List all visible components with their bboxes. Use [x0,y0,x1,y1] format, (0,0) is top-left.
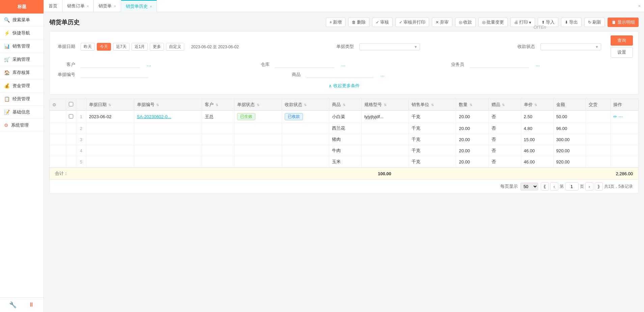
agent-input[interactable] [470,61,529,68]
row-settings-cell [50,123,66,134]
more-action-btn[interactable]: ⋯ [618,114,623,119]
row-collect-status [282,134,329,145]
select-all-checkbox[interactable] [69,102,73,106]
audit-print-button[interactable]: ✓ 审核并打印 [395,18,429,27]
tab-sales-history-close[interactable]: × [150,4,152,8]
abandon-icon: ✕ [436,20,439,25]
abandon-button[interactable]: ✕ 弃审 [432,18,452,27]
sidebar-item-purchase-mgmt[interactable]: 🛒 采购管理 [0,53,44,66]
tab-sales-goods-close[interactable]: × [114,4,116,8]
audit-button[interactable]: ✓ 审核 [372,18,393,27]
row-amount: 96.00 [553,123,586,134]
page-number-input[interactable] [565,182,579,190]
setting-button[interactable]: 设置 [611,47,633,58]
customer-input[interactable] [81,61,140,68]
col-settings[interactable]: ⚙ [50,99,66,111]
date-btn-more[interactable]: 更多 [150,43,164,51]
col-spec[interactable]: 规格型号 ⇅ [361,99,409,111]
sidebar-item-ops-mgmt[interactable]: 📋 经营管理 [0,93,44,106]
col-collect-status[interactable]: 收款状态 ⇅ [282,99,329,111]
page-size-select[interactable]: 50 20 100 [521,183,538,190]
row-checkbox[interactable] [69,114,73,119]
doc-no-input[interactable] [81,71,148,78]
col-gift[interactable]: 赠品 ⇅ [488,99,521,111]
col-trade-label: 交货 [589,102,597,107]
sidebar-item-finance-mgmt[interactable]: 💰 资金管理 [0,79,44,93]
collapse-label: 收起更多条件 [333,83,360,89]
col-goods-label: 商品 [332,102,341,107]
row-spec [361,123,409,134]
col-price[interactable]: 单价 ⇅ [521,99,553,111]
sidebar-item-inventory-calc[interactable]: 🏠 库存核算 [0,66,44,79]
sidebar-header: 标题 [0,0,44,14]
date-btn-yesterday[interactable]: 昨天 [81,43,95,51]
doc-type-select[interactable]: ▾ [359,43,420,50]
row-gift: 否 [488,123,521,134]
agent-ellipsis[interactable]: … [536,62,540,67]
row-action-cell: ✏⋯ [611,111,638,123]
row-price: 46.00 [521,145,553,156]
sidebar-item-search-menu[interactable]: 🔍 搜索菜单 [0,14,44,27]
add-button[interactable]: + 新增 [326,18,345,27]
page-last-btn[interactable]: ⟫ [595,182,603,190]
sidebar-footer-btn-2[interactable]: ⏸ [28,301,34,309]
tab-home[interactable]: 首页 [44,0,62,12]
tab-close-all[interactable]: × [635,3,644,8]
col-unit[interactable]: 销售单位 ⇅ [409,99,456,111]
sidebar-item-label: 快捷导航 [12,30,30,36]
sidebar-item-system-mgmt[interactable]: ⚙ 系统管理 [0,119,44,132]
goods-ellipsis[interactable]: … [380,72,385,77]
date-btn-custom[interactable]: 自定义 [166,43,184,51]
delete-label: 删除 [357,19,366,25]
query-button[interactable]: 查询 [611,35,633,46]
col-goods-sort-icon: ⇅ [343,103,345,107]
row-collect-status: 已收款 [282,111,329,123]
row-doc-no [134,145,202,156]
export-button[interactable]: ⬇ 导出 [561,18,582,27]
print-button[interactable]: 🖨 打印 ▾ [510,18,535,27]
sidebar-item-basic-info[interactable]: 📝 基础信息 [0,106,44,119]
show-detail-button[interactable]: 📋 显示明细 [608,18,639,27]
delete-button[interactable]: 🗑 删除 [348,18,369,27]
warehouse-ellipsis[interactable]: … [341,62,345,67]
col-action-label: 操作 [613,102,622,107]
refresh-button[interactable]: ↻ 刷新 [584,18,605,27]
edit-action-btn[interactable]: ✏ [613,114,617,119]
row-collect-status [282,156,329,167]
tab-sales-order[interactable]: 销售订单 × [62,0,94,12]
tab-sales-order-close[interactable]: × [87,4,89,8]
tab-home-label: 首页 [49,3,57,9]
goods-input[interactable] [306,71,373,78]
collect-status-select[interactable]: ▾ [540,43,601,50]
tab-sales-history[interactable]: 销货单历史 × [121,0,157,12]
goods-label: 商品 [280,72,301,78]
settings-icon[interactable]: ⚙ [52,102,56,107]
page-prev-btn[interactable]: ‹ [550,182,558,190]
collect-button[interactable]: ◎ 收款 [455,18,476,27]
warehouse-input[interactable] [275,61,334,68]
col-doc-date[interactable]: 单据日期 ⇅ [86,99,134,111]
sidebar-item-sales-mgmt[interactable]: 📊 销售管理 [0,40,44,53]
row-action-cell [611,145,638,156]
col-customer[interactable]: 客户 ⇅ [202,99,234,111]
sidebar-item-quick-nav[interactable]: ⚡ 快捷导航 [0,27,44,40]
customer-ellipsis[interactable]: … [147,62,151,67]
col-doc-no[interactable]: 单据编号 ⇅ [134,99,202,111]
date-btn-today[interactable]: 今天 [97,43,111,51]
col-qty[interactable]: 数量 ⇅ [456,99,488,111]
table-header-row: ⚙ 单据日期 ⇅ 单据编号 ⇅ [50,99,638,111]
sidebar-title: 标题 [18,4,26,10]
date-btn-1month[interactable]: 近1月 [132,43,148,51]
doc-no-link[interactable]: SA-20230602-0... [137,114,171,119]
sidebar-footer-btn-1[interactable]: 🔧 [9,301,17,309]
collapse-btn[interactable]: ∧ 收起更多条件 [55,81,633,90]
col-doc-status[interactable]: 单据状态 ⇅ [234,99,282,111]
sidebar: 标题 🔍 搜索菜单 ⚡ 快捷导航 📊 销售管理 🛒 采购管理 🏠 库存核算 💰 … [0,0,44,312]
tab-sales-goods[interactable]: 销货单 × [94,0,121,12]
col-goods[interactable]: 商品 ⇅ [329,99,361,111]
page-next-btn[interactable]: › [585,182,593,190]
col-num [76,99,86,111]
page-first-btn[interactable]: ⟪ [541,182,549,190]
date-btn-7days[interactable]: 近7天 [113,43,130,51]
batch-change-button[interactable]: ◎ 批量变更 [478,18,508,27]
